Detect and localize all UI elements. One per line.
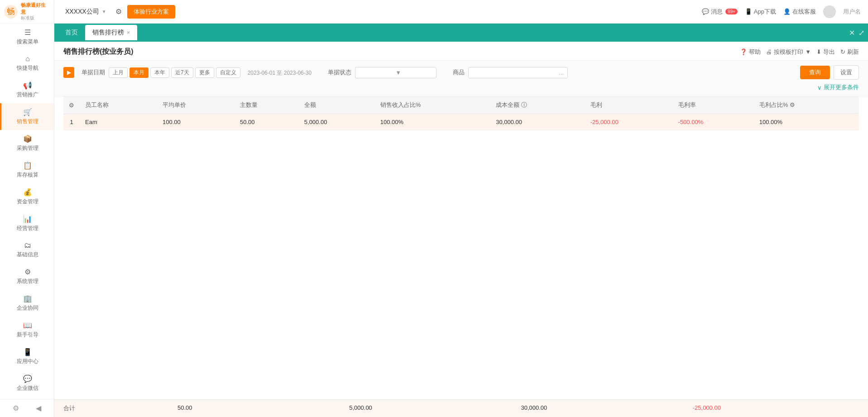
- date-btn-more[interactable]: 更多: [195, 67, 214, 78]
- page-title: 销售排行榜(按业务员): [63, 47, 134, 57]
- cell-qty: 50.00: [235, 114, 299, 130]
- sidebar-item-sales[interactable]: 🛒 销售管理: [0, 103, 54, 130]
- status-select-arrow: ▼: [395, 69, 401, 76]
- date-filter-item: 单据日期 上月 本月 本年 近7天 更多 自定义 2023-06-01 至 20…: [82, 67, 312, 78]
- settings-button[interactable]: 设置: [834, 65, 859, 80]
- sidebar-item-guide[interactable]: 📖 新手引导: [0, 316, 54, 343]
- refresh-icon: ↻: [840, 48, 845, 55]
- avatar: [823, 5, 836, 18]
- sidebar-item-label: 企业微信: [17, 384, 38, 392]
- table-container: ⚙ 员工名称 平均单价 主数量 全额 销售收入占比% 成本全额 ⓘ 毛利 毛利率…: [54, 96, 868, 399]
- enterprise-icon: 🏢: [23, 294, 32, 303]
- message-button[interactable]: 💬 消息 99+: [702, 8, 738, 16]
- print-button[interactable]: 🖨 按模板打印 ▼: [766, 48, 811, 56]
- sidebar-item-purchase[interactable]: 📦 采购管理: [0, 130, 54, 157]
- page-actions: ❓ 帮助 🖨 按模板打印 ▼ ⬇ 导出 ↻ 刷新: [740, 48, 859, 56]
- company-selector[interactable]: XXXXX公司 ▼: [62, 6, 110, 18]
- sidebar-item-label: 系统管理: [17, 278, 38, 285]
- sidebar-item-label: 营销推广: [17, 91, 38, 99]
- sidebar-item-operations[interactable]: 📊 经营管理: [0, 210, 54, 237]
- table-row: 1Eam100.0050.005,000.00100.00%30,000.00-…: [63, 114, 859, 130]
- online-support-label: 在线客服: [792, 8, 816, 16]
- sidebar-item-label: 搜索菜单: [17, 38, 38, 46]
- wechat-icon: 💬: [23, 374, 32, 383]
- settings-bottom-icon[interactable]: ⚙: [13, 404, 19, 412]
- print-label: 按模板打印: [774, 48, 803, 56]
- collapse-sidebar-button[interactable]: ◀: [36, 404, 41, 412]
- tab-bar: 首页 销售排行榜 × ✕ ⤢: [54, 24, 868, 42]
- cell-gross: -25,000.00: [585, 114, 673, 130]
- finance-icon: 💰: [23, 188, 32, 197]
- page-header: 销售排行榜(按业务员) ❓ 帮助 🖨 按模板打印 ▼ ⬇ 导出 ↻ 刷新: [54, 42, 868, 61]
- support-icon: 👤: [783, 8, 791, 15]
- filter-bar: ▶ 单据日期 上月 本月 本年 近7天 更多 自定义 2023-06-01 至 …: [54, 61, 868, 96]
- print-dropdown-icon: ▼: [805, 48, 811, 55]
- sidebar-item-wechat[interactable]: 💬 企业微信: [0, 370, 54, 397]
- expand-chevron-icon: ∨: [817, 84, 822, 91]
- date-btn-7days[interactable]: 近7天: [171, 67, 193, 78]
- sidebar-item-enterprise[interactable]: 🏢 企业协同: [0, 290, 54, 316]
- sidebar-item-marketing[interactable]: 📢 营销推广: [0, 77, 54, 103]
- trial-button[interactable]: 体验行业方案: [127, 5, 175, 19]
- cell-amount: 5,000.00: [299, 114, 375, 130]
- date-btn-last-month[interactable]: 上月: [109, 67, 128, 78]
- sidebar-item-quick-nav[interactable]: ⌂ 快捷导航: [0, 50, 54, 77]
- close-tab-icon[interactable]: ✕: [849, 29, 855, 37]
- sidebar-item-label: 应用中心: [17, 358, 38, 365]
- goods-filter-label: 商品: [453, 68, 465, 77]
- status-filter-item: 单据状态 ▼: [328, 67, 436, 78]
- goods-input[interactable]: ...: [468, 67, 568, 78]
- sidebar-item-basic-info[interactable]: 🗂 基础信息: [0, 237, 54, 263]
- header-right: 💬 消息 99+ 📱 App下载 👤 在线客服 用户名: [702, 5, 861, 18]
- marketing-icon: 📢: [23, 81, 32, 90]
- sidebar-item-label: 基础信息: [17, 251, 38, 259]
- message-label: 消息: [711, 8, 723, 16]
- date-btn-this-year[interactable]: 本年: [150, 67, 169, 78]
- sidebar-item-system[interactable]: ⚙ 系统管理: [0, 263, 54, 290]
- company-dropdown-icon: ▼: [102, 9, 106, 14]
- sidebar-item-app-center[interactable]: 📱 应用中心: [0, 343, 54, 370]
- tab-close-icon[interactable]: ×: [127, 29, 130, 36]
- filter-expand-toggle[interactable]: ▶: [63, 67, 74, 78]
- col-gross-rate-header: 毛利率: [673, 96, 754, 114]
- sales-icon: 🛒: [23, 108, 32, 116]
- expand-more-button[interactable]: ∨ 展开更多条件: [817, 83, 859, 91]
- export-icon: ⬇: [816, 48, 821, 55]
- date-btn-this-month[interactable]: 本月: [129, 67, 149, 78]
- tab-bar-right: ✕ ⤢: [849, 29, 864, 37]
- query-button[interactable]: 查询: [800, 66, 830, 79]
- guide-icon: 📖: [23, 321, 32, 330]
- sidebar-item-inventory[interactable]: 📋 库存核算: [0, 157, 54, 183]
- help-button[interactable]: ❓ 帮助: [740, 48, 761, 56]
- settings-col-icon[interactable]: ⚙: [69, 102, 74, 109]
- expand-more-label: 展开更多条件: [824, 83, 859, 91]
- footer-amount: 5,000.00: [344, 404, 515, 412]
- refresh-button[interactable]: ↻ 刷新: [840, 48, 859, 56]
- footer-gross: -25,000.00: [687, 404, 859, 412]
- sidebar-item-search-order[interactable]: ☰ 搜索菜单: [0, 24, 54, 50]
- online-support-button[interactable]: 👤 在线客服: [783, 8, 816, 16]
- col-amount-header: 全额: [299, 96, 375, 114]
- message-badge: 99+: [725, 9, 738, 14]
- date-btn-custom[interactable]: 自定义: [216, 67, 240, 78]
- footer-qty: 50.00: [172, 404, 344, 412]
- home-icon: ⌂: [25, 55, 30, 63]
- sidebar-item-label: 经营管理: [17, 225, 38, 232]
- maximize-icon[interactable]: ⤢: [858, 29, 864, 37]
- settings-icon[interactable]: ⚙: [115, 7, 122, 16]
- cell-sales_pct: 100.00%: [375, 114, 491, 130]
- svg-text:畅: 畅: [7, 7, 15, 16]
- goods-filter-item: 商品 ...: [453, 67, 568, 78]
- status-select[interactable]: ▼: [355, 67, 436, 78]
- col-sales-pct-header: 销售收入占比%: [375, 96, 491, 114]
- export-button[interactable]: ⬇ 导出: [816, 48, 835, 56]
- sidebar-item-label: 新手引导: [17, 331, 38, 339]
- tab-home[interactable]: 首页: [58, 25, 85, 40]
- sidebar-item-label: 快捷导航: [17, 64, 38, 72]
- sidebar-item-finance[interactable]: 💰 资金管理: [0, 183, 54, 210]
- table-header-row: ⚙ 员工名称 平均单价 主数量 全额 销售收入占比% 成本全额 ⓘ 毛利 毛利率…: [63, 96, 859, 114]
- logo-text: 畅康通好生意: [21, 2, 50, 15]
- tab-sales-ranking[interactable]: 销售排行榜 ×: [85, 25, 137, 40]
- app-download-button[interactable]: 📱 App下载: [745, 8, 776, 16]
- sidebar: 畅 畅康通好生意 标准版 ☰ 搜索菜单 ⌂ 快捷导航 📢 营销推广 🛒 销售管理…: [0, 0, 54, 417]
